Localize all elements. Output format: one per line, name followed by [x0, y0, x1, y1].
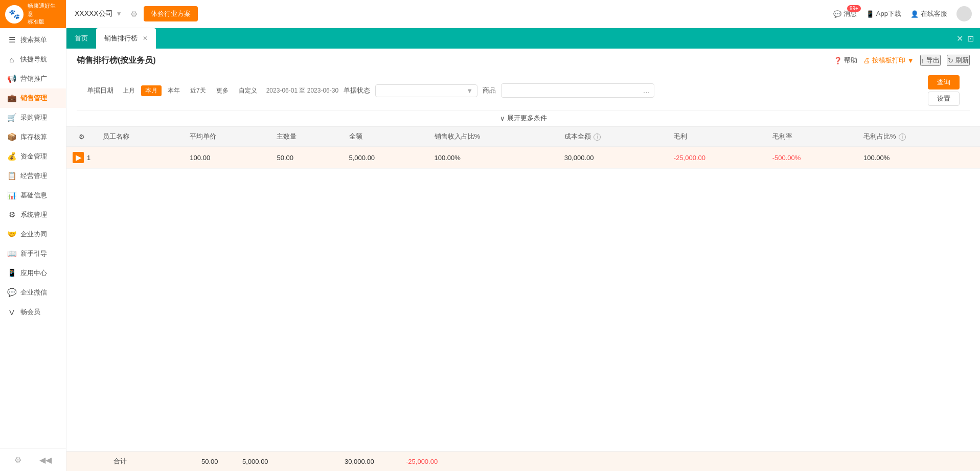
avatar[interactable] — [956, 6, 972, 21]
tab-close-icon[interactable]: ✕ — [143, 35, 148, 42]
status-select[interactable]: ▼ — [375, 84, 477, 97]
sidebar-item-marketing[interactable]: 📢 营销推广 — [0, 69, 66, 88]
th-avg-price: 平均单价 — [184, 127, 270, 147]
th-settings[interactable]: ⚙ — [66, 127, 97, 147]
refresh-button[interactable]: ↻ 刷新 — [947, 55, 970, 66]
td-gross: -25,000.00 — [668, 147, 766, 169]
guide-icon: 📖 — [7, 249, 16, 258]
sidebar-item-finance[interactable]: 💰 资金管理 — [0, 147, 66, 166]
sidebar-item-basic[interactable]: 📊 基础信息 — [0, 186, 66, 205]
window-buttons: ✕ ⊡ — [956, 34, 980, 43]
export-icon: ↑ — [921, 57, 925, 64]
sidebar-item-member[interactable]: V 畅会员 — [0, 302, 66, 322]
maximize-window-icon[interactable]: ⊡ — [967, 34, 974, 43]
home-icon: ⌂ — [7, 55, 16, 64]
td-gross-pct: 100.00% — [857, 147, 980, 169]
page-title: 销售排行榜(按业务员) — [77, 55, 156, 66]
tab-sales-rank[interactable]: 销售排行榜 ✕ — [96, 28, 156, 49]
date-tab-more[interactable]: 更多 — [212, 85, 233, 96]
sidebar-settings-btn[interactable]: ⚙ — [14, 455, 21, 465]
date-tab-custom[interactable]: 自定义 — [235, 85, 261, 96]
service-icon: 👤 — [910, 10, 919, 18]
footer-cost: 30,000.00 — [338, 458, 400, 465]
message-badge: 99+ — [847, 5, 861, 12]
expand-more-button[interactable]: ∨ 展开更多条件 — [500, 114, 547, 123]
cost-info-icon[interactable]: i — [594, 133, 601, 141]
th-name: 员工名称 — [97, 127, 184, 147]
status-chevron-icon: ▼ — [466, 87, 473, 95]
td-cost: 30,000.00 — [558, 147, 668, 169]
page-header: 销售排行榜(按业务员) ❓ 帮助 🖨 按模板打印 ▼ ↑ 导出 — [66, 49, 980, 127]
sidebar-item-wechat[interactable]: 💬 企业微信 — [0, 283, 66, 302]
sidebar-item-nav[interactable]: ⌂ 快捷导航 — [0, 50, 66, 69]
close-window-icon[interactable]: ✕ — [956, 34, 963, 43]
help-icon: ❓ — [834, 57, 842, 64]
search-icon: ☰ — [7, 35, 16, 44]
sidebar-item-inventory[interactable]: 📦 库存核算 — [0, 127, 66, 147]
app-icon: 📱 — [866, 10, 874, 18]
settings-icon[interactable]: ⚙ — [130, 9, 138, 19]
online-service-button[interactable]: 👤 在线客服 — [910, 9, 947, 18]
trial-button[interactable]: 体验行业方案 — [144, 6, 198, 21]
sidebar-item-search[interactable]: ☰ 搜索菜单 — [0, 30, 66, 50]
print-icon: 🖨 — [863, 57, 870, 64]
sidebar-item-system[interactable]: ⚙ 系统管理 — [0, 205, 66, 225]
filter-bar: 单据日期 上月 本月 本年 近7天 更多 自定义 2023-06-01 至 20… — [77, 71, 970, 110]
help-button[interactable]: ❓ 帮助 — [834, 56, 857, 65]
th-amount: 全额 — [343, 127, 428, 147]
chevron-down-icon: ∨ — [500, 115, 505, 122]
marketing-icon: 📢 — [7, 74, 16, 83]
date-tab-7days[interactable]: 近7天 — [186, 85, 210, 96]
expand-filter-row: ∨ 展开更多条件 — [77, 110, 970, 126]
content: 销售排行榜(按业务员) ❓ 帮助 🖨 按模板打印 ▼ ↑ 导出 — [66, 49, 980, 471]
app-download-button[interactable]: 📱 App下载 — [866, 9, 901, 18]
table-footer: 合计 50.00 5,000.00 30,000.00 -25,000.00 — [66, 451, 980, 471]
topbar-right: 💬 消息 99+ 📱 App下载 👤 在线客服 — [833, 6, 972, 21]
td-amount: 5,000.00 — [343, 147, 428, 169]
refresh-icon: ↻ — [948, 57, 953, 64]
table-header-row: ⚙ 员工名称 平均单价 主数量 全额 — [66, 127, 980, 147]
sidebar-item-operation[interactable]: 📋 经营管理 — [0, 166, 66, 186]
logo: 🐾 畅康通好生意 标准版 — [0, 0, 66, 28]
row-expand-icon[interactable]: ▶ — [73, 152, 84, 163]
sidebar-item-guide[interactable]: 📖 新手引导 — [0, 244, 66, 263]
sidebar-item-collab[interactable]: 🤝 企业协同 — [0, 225, 66, 244]
footer-qty: 50.00 — [195, 458, 236, 465]
th-qty: 主数量 — [270, 127, 343, 147]
operation-icon: 📋 — [7, 171, 16, 181]
date-tab-this-month[interactable]: 本月 — [141, 85, 162, 96]
th-gross: 毛利 — [668, 127, 766, 147]
table-row: ▶ 1 100.00 50.00 — [66, 147, 980, 169]
company-select[interactable]: XXXXX公司 ▼ — [75, 9, 122, 18]
logo-icon: 🐾 — [5, 5, 24, 24]
goods-dots-icon[interactable]: ... — [643, 86, 650, 95]
tab-home[interactable]: 首页 — [66, 28, 96, 49]
th-sales-pct: 销售收入占比% — [428, 127, 558, 147]
gear-icon: ⚙ — [79, 133, 85, 141]
chevron-down-icon: ▼ — [116, 10, 122, 17]
footer-label-text: 合计 — [113, 457, 154, 466]
tabbar: 首页 销售排行榜 ✕ ✕ ⊡ — [66, 28, 980, 49]
query-button[interactable]: 查询 — [928, 75, 960, 89]
th-cost: 成本全额 i — [558, 127, 668, 147]
data-table: ⚙ 员工名称 平均单价 主数量 全额 — [66, 127, 980, 169]
td-name — [97, 147, 184, 169]
td-qty: 50.00 — [270, 147, 343, 169]
sidebar-collapse-btn[interactable]: ◀◀ — [39, 455, 52, 465]
td-gross-rate: -500.00% — [766, 147, 857, 169]
sidebar-nav: ☰ 搜索菜单 ⌂ 快捷导航 📢 营销推广 💼 销售管理 🛒 采购管理 📦 库存核… — [0, 28, 66, 448]
sidebar-item-apps[interactable]: 📱 应用中心 — [0, 263, 66, 283]
date-tab-this-year[interactable]: 本年 — [164, 85, 184, 96]
sidebar: 🐾 畅康通好生意 标准版 ☰ 搜索菜单 ⌂ 快捷导航 📢 营销推广 💼 销售管理… — [0, 0, 66, 471]
footer-amount: 5,000.00 — [236, 458, 298, 465]
print-button[interactable]: 🖨 按模板打印 ▼ — [863, 56, 914, 65]
export-button[interactable]: ↑ 导出 — [920, 55, 941, 66]
sidebar-item-purchase[interactable]: 🛒 采购管理 — [0, 108, 66, 127]
message-button[interactable]: 💬 消息 99+ — [833, 9, 857, 18]
filter-settings-button[interactable]: 设置 — [928, 92, 960, 106]
sidebar-item-sales[interactable]: 💼 销售管理 — [0, 88, 66, 108]
goods-select[interactable]: ... — [501, 83, 654, 98]
gross-pct-info-icon[interactable]: i — [899, 133, 906, 141]
wechat-icon: 💬 — [7, 288, 16, 297]
date-tab-prev-month[interactable]: 上月 — [119, 85, 139, 96]
